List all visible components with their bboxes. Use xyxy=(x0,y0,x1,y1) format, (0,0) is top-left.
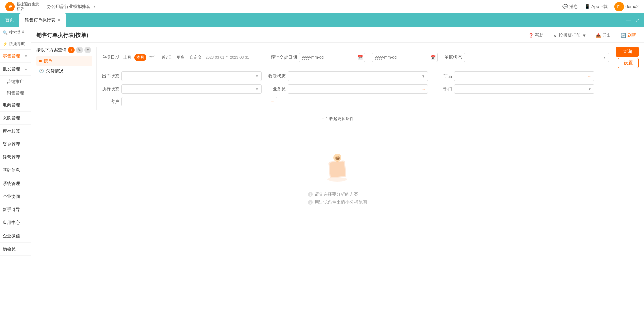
scheme-item-order[interactable]: 按单 xyxy=(36,56,92,66)
filter-scheme-header: 按以下方案查询 + ✎ « xyxy=(36,47,92,53)
scheme-item-shortage[interactable]: 🕐 欠货情况 xyxy=(36,66,92,76)
print-icon: 🖨 xyxy=(553,33,557,38)
delivery-status-label: 出库状态 xyxy=(99,73,119,79)
tab-expand-icon[interactable]: ⤢ xyxy=(634,16,640,24)
expected-date-from-wrap: 📅 xyxy=(299,53,365,62)
sidebar-item-enterprise[interactable]: 企业协同 xyxy=(0,190,31,203)
order-status-select[interactable]: ▼ xyxy=(464,53,609,62)
empty-illustration: 📦 xyxy=(321,151,354,185)
sidebar-item-wechat[interactable]: 企业微信 xyxy=(0,229,31,243)
sidebar-item-members[interactable]: 畅会员 xyxy=(0,243,31,256)
print-button[interactable]: 🖨 按模板打印 ▼ xyxy=(550,31,589,40)
sidebar-item-apps[interactable]: 应用中心 xyxy=(0,216,31,229)
sidebar-item-ecommerce[interactable]: 电商管理 xyxy=(0,99,31,112)
sidebar-item-newbie[interactable]: 新手引导 xyxy=(0,203,31,216)
filter-row-1: 单据日期 上月 本月 本年 近7天 更多 自定义 2023-03-01 至 20… xyxy=(99,47,639,68)
date-quick-buttons: 上月 本月 本年 近7天 更多 自定义 xyxy=(121,54,204,61)
tab-bar: 首页 销售订单执行表 ✕ — ⤢ xyxy=(0,13,644,27)
expected-date-to[interactable] xyxy=(372,53,438,62)
payment-arrow-icon: ▼ xyxy=(422,74,425,78)
customer-label: 客户 xyxy=(99,99,119,105)
nav-icon: ⚡ xyxy=(3,42,8,46)
sidebar-item-basics[interactable]: 基础信息 xyxy=(0,164,31,177)
date-btn-last-month[interactable]: 上月 xyxy=(121,54,133,61)
sidebar-item-purchase[interactable]: 采购管理 xyxy=(0,112,31,125)
customer-select[interactable]: ··· xyxy=(121,97,277,106)
salesperson-select[interactable]: ··· xyxy=(288,84,428,94)
message-button[interactable]: 💬 消息 xyxy=(562,4,578,10)
sidebar-search[interactable]: 🔍 搜索菜单 xyxy=(0,27,31,38)
sidebar-item-inventory[interactable]: 库存核算 xyxy=(0,125,31,138)
order-status-label: 单据状态 xyxy=(442,54,462,60)
breadcrumb[interactable]: 办公用品行业模拟账套 ▼ xyxy=(47,4,96,10)
sidebar-item-marketing[interactable]: 营销推广 xyxy=(0,76,31,87)
sidebar-item-retail[interactable]: 零售管理 ▼ xyxy=(0,50,31,63)
edit-scheme-button[interactable]: ✎ xyxy=(76,47,83,53)
print-dropdown-icon: ▼ xyxy=(582,33,586,38)
svg-point-0 xyxy=(327,177,347,182)
date-btn-this-month[interactable]: 本月 xyxy=(134,54,146,61)
content-area: 销售订单执行表(按单) ❓ 帮助 🖨 按模板打印 ▼ 📤 导出 xyxy=(31,27,644,310)
sidebar-item-wholesale[interactable]: 批发管理 ▲ xyxy=(0,63,31,76)
expected-date-from[interactable] xyxy=(299,53,365,62)
sidebar-item-sales[interactable]: 销售管理 xyxy=(0,87,31,99)
date-btn-more[interactable]: 更多 xyxy=(175,54,187,61)
refresh-button[interactable]: 🔄 刷新 xyxy=(618,31,639,40)
tab-home[interactable]: 首页 xyxy=(0,13,19,27)
exec-status-select[interactable]: ▼ xyxy=(121,84,262,94)
help-button[interactable]: ❓ 帮助 xyxy=(526,31,546,40)
filter-scheme-panel: 按以下方案查询 + ✎ « 按单 🕐 欠货情况 xyxy=(36,47,97,110)
customer-more-icon: ··· xyxy=(271,99,274,104)
date-btn-this-year[interactable]: 本年 xyxy=(147,54,159,61)
empty-hints: 请先选择要分析的方案 用过滤条件来缩小分析范围 xyxy=(308,191,367,207)
main-layout: 🔍 搜索菜单 ⚡ 快捷导航 零售管理 ▼ 批发管理 ▲ 营销推广 销售管理 电商… xyxy=(0,27,644,310)
filter-row-2: 出库状态 ▼ 收款状态 ▼ xyxy=(99,71,639,81)
collapse-scheme-button[interactable]: « xyxy=(84,47,91,53)
exec-status-label: 执行状态 xyxy=(99,86,119,92)
header-left: 好 畅捷通好生意 标版 办公用品行业模拟账套 ▼ xyxy=(5,2,96,11)
logo-text: 畅捷通好生意 标版 xyxy=(17,2,39,11)
sidebar-item-system[interactable]: 系统管理 xyxy=(0,177,31,190)
filter-row-3: 执行状态 ▼ 业务员 ··· xyxy=(99,84,639,94)
date-btn-last-7[interactable]: 近7天 xyxy=(160,54,174,61)
goods-label: 商品 xyxy=(432,73,452,79)
calendar-from-icon: 📅 xyxy=(358,55,363,60)
date-separator: — xyxy=(366,55,371,60)
salesperson-label: 业务员 xyxy=(266,86,286,92)
refresh-icon: 🔄 xyxy=(621,33,626,38)
top-header: 好 畅捷通好生意 标版 办公用品行业模拟账套 ▼ 💬 消息 📱 App下载 Ea… xyxy=(0,0,644,13)
date-btn-custom[interactable]: 自定义 xyxy=(187,54,204,61)
tab-sales-order[interactable]: 销售订单执行表 ✕ xyxy=(19,13,66,27)
department-arrow-icon: ▼ xyxy=(588,87,591,91)
clock-icon: 🕐 xyxy=(39,69,44,73)
goods-select[interactable]: ··· xyxy=(454,71,594,81)
settings-button[interactable]: 设置 xyxy=(618,58,639,68)
department-select[interactable]: ▼ xyxy=(454,84,594,94)
delivery-status-field: 出库状态 ▼ xyxy=(99,71,262,81)
sidebar-item-operations[interactable]: 经营管理 xyxy=(0,151,31,164)
department-field: 部门 ▼ xyxy=(432,84,594,94)
tab-minimize-icon[interactable]: — xyxy=(625,16,632,24)
svg-text:📦: 📦 xyxy=(335,155,340,160)
sidebar-quick-nav[interactable]: ⚡ 快捷导航 xyxy=(0,38,31,50)
add-scheme-button[interactable]: + xyxy=(68,47,75,53)
export-button[interactable]: 📤 导出 xyxy=(593,31,614,40)
filter-actions: 查询 设置 xyxy=(613,47,639,68)
delivery-status-select[interactable]: ▼ xyxy=(121,71,262,81)
query-button[interactable]: 查询 xyxy=(616,47,639,57)
user-profile[interactable]: Ea demo2 xyxy=(614,2,639,11)
page-header: 销售订单执行表(按单) ❓ 帮助 🖨 按模板打印 ▼ 📤 导出 xyxy=(31,27,644,43)
tab-close-icon[interactable]: ✕ xyxy=(57,18,61,22)
chevron-up-icon: ▲ xyxy=(24,67,28,71)
user-name: demo2 xyxy=(625,4,639,9)
avatar: Ea xyxy=(614,2,624,11)
page-header-actions: ❓ 帮助 🖨 按模板打印 ▼ 📤 导出 🔄 刷新 xyxy=(526,31,639,40)
sidebar-item-finance[interactable]: 资金管理 xyxy=(0,138,31,151)
date-field: 单据日期 上月 本月 本年 近7天 更多 自定义 2023-03-01 至 20… xyxy=(99,54,267,61)
app-download-button[interactable]: 📱 App下载 xyxy=(585,4,608,10)
delivery-arrow-icon: ▼ xyxy=(255,74,259,78)
collapse-more-button[interactable]: ⌃⌃ 收起更多条件 xyxy=(31,114,644,124)
exec-status-field: 执行状态 ▼ xyxy=(99,84,262,94)
payment-status-select[interactable]: ▼ xyxy=(288,71,428,81)
filter-row-4: 客户 ··· xyxy=(99,97,639,106)
